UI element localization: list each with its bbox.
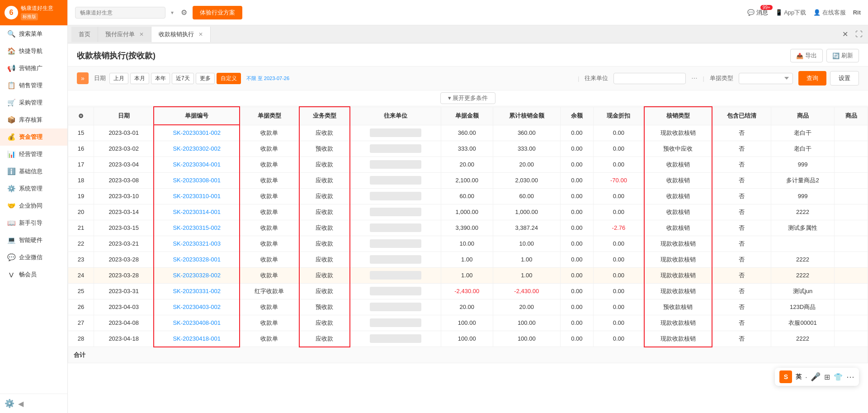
cell-cancel-type: 收款核销 [644, 172, 712, 188]
sidebar-item-quicknav[interactable]: 🏠快捷导航 [0, 43, 67, 60]
col-header-date: 日期 [94, 107, 154, 125]
tab-collection-close-icon[interactable]: ✕ [198, 31, 203, 38]
doc-no-link[interactable]: SK-20230331-002 [173, 288, 221, 294]
settings-icon[interactable]: ⚙️ [5, 399, 14, 408]
cell-no: 16 [68, 141, 94, 157]
more-btn[interactable]: 更多 [196, 73, 215, 84]
ime-mic-icon[interactable]: 🎤 [811, 372, 821, 382]
sidebar-item-search[interactable]: 🔍搜索菜单 [0, 25, 67, 43]
sidebar-item-guide[interactable]: 📖新手引导 [0, 214, 67, 232]
message-button[interactable]: 💬 消息 99+ [747, 9, 768, 17]
ime-more-icon[interactable]: ⋯ [846, 372, 854, 382]
app-download-btn[interactable]: 📱 App下载 [775, 9, 806, 17]
cell-cancel-amount: 3,387.24 [493, 220, 560, 236]
ime-en-label[interactable]: 英 [796, 373, 802, 381]
table-row: 23 2023-03-28 SK-20230328-001 收款单 应收款 ██… [68, 252, 868, 267]
table-row: 28 2023-04-18 SK-20230418-001 收款单 应收款 ██… [68, 331, 868, 347]
cell-doc-no: SK-20230403-002 [154, 299, 240, 315]
doc-no-link[interactable]: SK-20230321-003 [173, 240, 221, 247]
doc-no-link[interactable]: SK-20230328-001 [173, 256, 221, 263]
last-7days-btn[interactable]: 近7天 [172, 73, 194, 84]
last-month-btn[interactable]: 上月 [109, 73, 128, 84]
sidebar-item-finance[interactable]: 💰资金管理 [0, 128, 67, 146]
sidebar-item-operations[interactable]: 📊经营管理 [0, 146, 67, 163]
table-row: 25 2023-03-31 SK-20230331-002 红字收款单 应收款 … [68, 283, 868, 299]
filter-bar: » 日期 上月 本月 本年 近7天 更多 自定义 不限 至 2023-07-26… [68, 66, 868, 90]
ime-grid-icon[interactable]: ⊞ [824, 373, 830, 381]
doc-no-link[interactable]: SK-20230314-001 [173, 209, 221, 215]
this-month-btn[interactable]: 本月 [130, 73, 149, 84]
doc-no-link[interactable]: SK-20230328-002 [173, 272, 221, 279]
cell-amount: 2,100.00 [441, 172, 493, 188]
industry-solution-button[interactable]: 体验行业方案 [193, 6, 242, 19]
doc-type-select[interactable] [739, 73, 793, 84]
table-row: 21 2023-03-15 SK-20230315-002 收款单 应收款 ██… [68, 220, 868, 236]
cell-balance: 0.00 [560, 252, 594, 267]
cell-include-settled: 否 [712, 157, 771, 172]
doc-no-link[interactable]: SK-20230304-001 [173, 161, 221, 168]
cell-cancel-type: 预收款核销 [644, 299, 712, 315]
doc-no-link[interactable]: SK-20230302-002 [173, 145, 221, 152]
more-filters-icon[interactable]: ··· [691, 74, 697, 82]
cell-cash-discount: 0.00 [594, 188, 644, 204]
sales-icon: 📋 [7, 81, 15, 90]
sidebar-item-marketing[interactable]: 📢营销推广 [0, 60, 67, 77]
cell-no: 21 [68, 220, 94, 236]
tab-prepay-close-icon[interactable]: ✕ [139, 31, 144, 38]
topbar-gear-icon[interactable]: ⚙ [181, 8, 187, 17]
this-year-btn[interactable]: 本年 [151, 73, 170, 84]
refresh-button[interactable]: 🔄 刷新 [826, 49, 859, 62]
cell-biz-type: 预收款 [299, 299, 350, 315]
doc-no-link[interactable]: SK-20230301-002 [173, 129, 221, 136]
export-button[interactable]: 📤 导出 [790, 49, 823, 62]
tab-close-all-icon[interactable]: ✕ [840, 28, 850, 40]
cell-include-settled: 否 [712, 283, 771, 299]
sidebar-item-system[interactable]: ⚙️系统管理 [0, 180, 67, 197]
online-service-btn[interactable]: 👤 在线客服 [813, 9, 845, 17]
ime-shirt-icon[interactable]: 👕 [834, 373, 843, 381]
sidebar-item-member[interactable]: V畅会员 [0, 266, 67, 283]
cell-goods: 测试jun [771, 283, 834, 299]
doc-no-link[interactable]: SK-20230310-001 [173, 193, 221, 199]
doc-no-link[interactable]: SK-20230315-002 [173, 224, 221, 231]
sidebar-item-cooperation[interactable]: 🤝企业协同 [0, 197, 67, 214]
sidebar-item-wechat[interactable]: 💬企业微信 [0, 249, 67, 266]
doc-no-link[interactable]: SK-20230403-002 [173, 304, 221, 310]
doc-no-link[interactable]: SK-20230308-001 [173, 177, 221, 184]
tab-collection-label: 收款核销执行 [159, 30, 194, 38]
brand-search-input[interactable] [75, 7, 165, 19]
tab-collection[interactable]: 收款核销执行 ✕ [151, 27, 211, 42]
collapse-icon[interactable]: ◀ [18, 399, 24, 408]
cell-goods2 [835, 172, 868, 188]
tab-home-label: 首页 [79, 30, 90, 38]
filter-toggle-button[interactable]: » [77, 72, 89, 84]
cell-amount: -2,430.00 [441, 283, 493, 299]
custom-date-btn[interactable]: 自定义 [217, 73, 241, 84]
sidebar-item-label-quicknav: 快捷导航 [19, 47, 42, 55]
counterpart-input[interactable] [613, 73, 686, 84]
expand-conditions-button[interactable]: ▾ 展开更多条件 [440, 92, 495, 104]
expand-bar: ▾ 展开更多条件 [68, 90, 868, 106]
tab-home[interactable]: 首页 [71, 27, 98, 42]
query-button[interactable]: 查询 [798, 71, 826, 85]
tab-prepay[interactable]: 预付应付单 ✕ [98, 27, 151, 42]
sidebar-item-hardware[interactable]: 💻智能硬件 [0, 232, 67, 249]
col-header-settings[interactable]: ⚙ [68, 107, 94, 125]
tab-expand-icon[interactable]: ⛶ [854, 28, 864, 40]
brand-chevron-icon[interactable]: ▾ [171, 9, 174, 16]
sidebar-item-sales[interactable]: 📋销售管理 [0, 77, 67, 94]
settings-button[interactable]: 设置 [830, 71, 859, 85]
doc-no-link[interactable]: SK-20230418-001 [173, 335, 221, 342]
sidebar-item-basic[interactable]: ℹ️基础信息 [0, 163, 67, 180]
cell-biz-type: 应收款 [299, 125, 350, 141]
doc-no-link[interactable]: SK-20230408-001 [173, 319, 221, 326]
cell-amount: 360.00 [441, 125, 493, 141]
cell-cancel-type: 收款核销 [644, 220, 712, 236]
cell-include-settled: 否 [712, 141, 771, 157]
cell-balance: 0.00 [560, 125, 594, 141]
cell-biz-type: 应收款 [299, 283, 350, 299]
cell-biz-type: 应收款 [299, 331, 350, 347]
sidebar-item-purchase[interactable]: 🛒采购管理 [0, 94, 67, 111]
sidebar-item-inventory[interactable]: 📦库存核算 [0, 111, 67, 128]
user-profile[interactable]: Rit [853, 9, 861, 16]
